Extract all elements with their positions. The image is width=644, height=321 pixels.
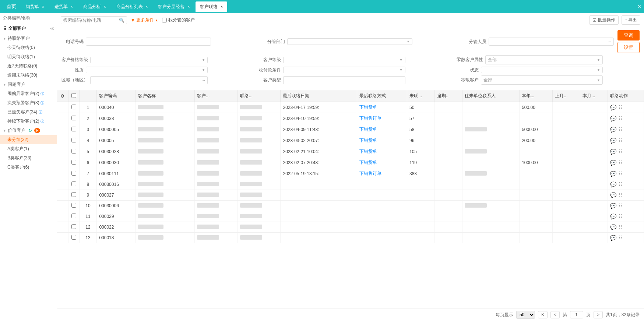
nav-tab-analysis-list[interactable]: 商品分析列表 × [112,1,152,12]
contact-msg-icon[interactable]: 💬 [610,138,616,144]
page-input[interactable] [570,311,583,318]
contact-grid-icon[interactable]: ⠿ [619,171,622,177]
contact-way-link[interactable]: 下销售订单 [359,171,381,176]
filter-input-ctype[interactable] [283,76,405,84]
filter-select-nature[interactable]: ▼ [86,67,208,73]
nav-tab-customer-segment-close[interactable]: × [187,5,190,9]
contact-grid-icon[interactable]: ⠿ [619,203,622,209]
contact-msg-icon[interactable]: 💬 [610,235,616,241]
row-check[interactable] [71,192,76,197]
filter-select-retail-attr[interactable]: 全部 ▼ [485,55,603,64]
sidebar-item-overdue[interactable]: 逾期未联络(30) [0,71,57,80]
per-page-select[interactable]: 50 100 200 [516,311,535,319]
sidebar-search-input[interactable] [3,15,57,21]
main-search-icon[interactable]: 🔍 [119,18,124,23]
sidebar-item-class-b[interactable]: B类客户(33) [0,154,57,163]
row-check[interactable] [71,171,76,176]
row-check[interactable] [71,105,76,109]
contact-msg-icon[interactable]: 💬 [610,127,616,133]
contact-grid-icon[interactable]: ⠿ [619,224,622,230]
export-btn[interactable]: ↑ 导出 [622,15,640,25]
row-check[interactable] [71,127,76,131]
row-check[interactable] [71,181,76,186]
row-check[interactable] [71,116,76,120]
contact-msg-icon[interactable]: 💬 [610,160,616,166]
filter-input-phone[interactable] [86,38,211,46]
next-page-btn[interactable]: > [594,311,603,318]
col-settings[interactable]: ⚙ [57,90,68,102]
sidebar-item-abnormal[interactable]: 囤购异常客户(2) ⓘ [0,89,57,98]
nav-tab-analysis[interactable]: 商品分析 × [79,1,110,12]
sidebar-item-tomorrow[interactable]: 明天待联络(1) [0,52,57,61]
query-btn[interactable]: 查询 [617,30,640,40]
first-page-btn[interactable]: K [538,311,548,318]
check-all[interactable] [71,93,76,98]
batch-op-btn[interactable]: ☑ 批量操作 [589,15,619,25]
sidebar-item-7days[interactable]: 近7天待联络(0) [0,61,57,71]
more-conditions-btn[interactable]: ▼ 更多条件 ▲ [131,17,158,23]
nav-tab-purchase[interactable]: 进货单 × [50,1,77,12]
contact-grid-icon[interactable]: ⠿ [619,127,622,133]
nav-tab-customer-contact[interactable]: 客户联络 × [196,1,227,12]
sidebar-group-waiting[interactable]: ▼ 待联络客户 [0,34,57,43]
nav-tab-sales-close[interactable]: × [42,5,44,9]
contact-grid-icon[interactable]: ⠿ [619,192,622,198]
main-search-input[interactable] [63,18,117,23]
sidebar-item-today[interactable]: 今天待联络(0) [0,43,57,52]
sidebar-group-value[interactable]: ▼ 价值客户 ↻ F [0,126,57,135]
row-check[interactable] [71,160,76,165]
all-customers-header[interactable]: ⠿ 全部客户 ≪ [0,23,57,34]
contact-msg-icon[interactable]: 💬 [610,192,616,198]
contact-msg-icon[interactable]: 💬 [610,171,616,177]
nav-tab-purchase-close[interactable]: × [71,5,73,9]
nav-tab-customer-segment[interactable]: 客户分层经营 × [154,1,194,12]
filter-select-status[interactable]: ▼ [481,67,603,73]
row-check[interactable] [71,149,76,154]
filter-select-dept[interactable]: ▼ [287,38,412,45]
contact-grid-icon[interactable]: ⠿ [619,181,622,187]
sidebar-item-ungroup[interactable]: 未分组(32) [0,135,57,144]
col-check[interactable] [68,90,79,102]
contact-grid-icon[interactable]: ⠿ [619,149,622,155]
contact-way-link[interactable]: 下销货单 [359,160,377,165]
nav-tab-sales[interactable]: 销货单 × [21,1,49,12]
contact-grid-icon[interactable]: ⠿ [619,160,622,166]
contact-way-link[interactable]: 下销货单 [359,149,377,154]
contact-grid-icon[interactable]: ⠿ [619,116,622,121]
prev-page-btn[interactable]: < [550,311,560,318]
contact-way-link[interactable]: 下销货单 [359,127,377,132]
nav-tab-analysis-list-close[interactable]: × [146,5,148,9]
filter-select-price-grade[interactable]: ▼ [90,57,208,63]
contact-msg-icon[interactable]: 💬 [610,214,616,219]
nav-home[interactable]: 首页 [3,3,20,10]
contact-msg-icon[interactable]: 💬 [610,149,616,155]
contact-grid-icon[interactable]: ⠿ [619,138,622,144]
contact-msg-icon[interactable]: 💬 [610,203,616,209]
nav-tab-analysis-close[interactable]: × [104,5,106,9]
filter-person-dots[interactable]: ··· [608,39,611,44]
row-check[interactable] [71,235,76,240]
sidebar-item-class-a[interactable]: A类客户(1) [0,144,57,154]
filter-select-grade[interactable]: ▼ [283,57,405,63]
filter-region-dots[interactable]: ··· [201,78,205,83]
row-check[interactable] [71,138,76,142]
contact-msg-icon[interactable]: 💬 [610,224,616,230]
sidebar-item-churn-warning[interactable]: 流失预警客户(3) ⓘ [0,98,57,107]
sidebar-item-declining[interactable]: 持续下滑客户(2) ⓘ [0,117,57,126]
contact-way-link[interactable]: 下销售订单 [359,116,381,121]
row-check[interactable] [71,224,76,229]
sidebar-item-churned[interactable]: 已流失客户(24) ⓘ [0,107,57,117]
contact-msg-icon[interactable]: 💬 [610,116,616,121]
contact-grid-icon[interactable]: ⠿ [619,235,622,241]
row-check[interactable] [71,214,76,218]
sidebar-group-problem[interactable]: ▼ 问题客户 [0,80,57,89]
sidebar-item-class-c[interactable]: C类客户(6) [0,163,57,172]
filter-select-payment[interactable]: ▼ [283,67,405,73]
row-check[interactable] [71,203,76,208]
nav-tab-customer-contact-close[interactable]: × [221,5,223,9]
filter-select-retail[interactable]: 全部 ▼ [481,75,603,85]
contact-grid-icon[interactable]: ⠿ [619,214,622,219]
contact-way-link[interactable]: 下销货单 [359,138,377,143]
refresh-value-icon[interactable]: ↻ [28,128,32,133]
contact-grid-icon[interactable]: ⠿ [619,105,622,110]
